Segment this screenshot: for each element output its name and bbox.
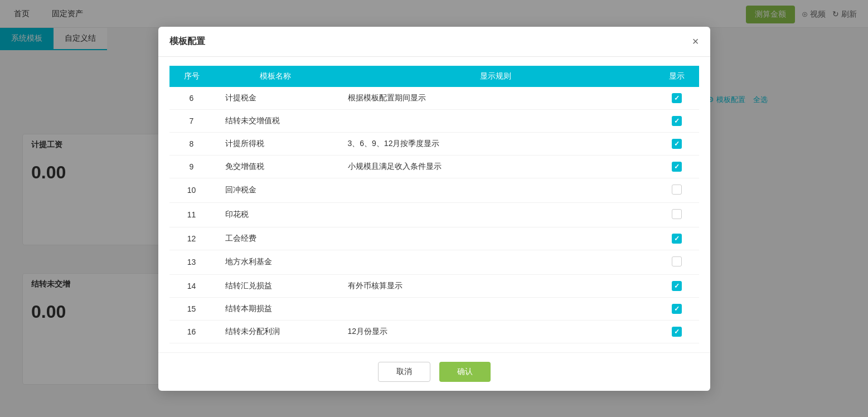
cell-rule: 12月份显示 <box>337 320 654 343</box>
confirm-button[interactable]: 确认 <box>439 362 491 382</box>
table-body: 6计提税金根据模板配置期间显示7结转未交增值税8计提所得税3、6、9、12月按季… <box>169 87 699 343</box>
table-row: 14结转汇兑损益有外币核算显示 <box>169 274 699 297</box>
checkbox-13[interactable] <box>672 256 682 266</box>
cell-check <box>654 178 699 202</box>
cell-id: 8 <box>169 132 214 155</box>
cell-rule: 有外币核算显示 <box>337 274 654 297</box>
cell-name: 结转汇兑损益 <box>214 274 337 297</box>
modal-footer: 取消 确认 <box>158 352 710 391</box>
cell-name: 结转未分配利润 <box>214 320 337 343</box>
cell-rule <box>337 250 654 274</box>
checkbox-16[interactable] <box>672 327 682 337</box>
cell-id: 7 <box>169 109 214 132</box>
table-row: 15结转本期损益 <box>169 297 699 320</box>
modal-body: 序号 模板名称 显示规则 显示 6计提税金根据模板配置期间显示7结转未交增值税8… <box>158 57 710 352</box>
cell-name: 结转未交增值税 <box>214 109 337 132</box>
table-head: 序号 模板名称 显示规则 显示 <box>169 66 699 87</box>
checkbox-10[interactable] <box>672 185 682 195</box>
col-header-name: 模板名称 <box>214 66 337 87</box>
cell-id: 12 <box>169 227 214 250</box>
cell-name: 回冲税金 <box>214 178 337 202</box>
cell-check <box>654 250 699 274</box>
cell-check <box>654 109 699 132</box>
checkbox-15[interactable] <box>672 304 682 314</box>
table-row: 16结转未分配利润12月份显示 <box>169 320 699 343</box>
cell-check <box>654 202 699 227</box>
table-row: 8计提所得税3、6、9、12月按季度显示 <box>169 132 699 155</box>
table-row: 11印花税 <box>169 202 699 227</box>
table-row: 7结转未交增值税 <box>169 109 699 132</box>
cell-id: 11 <box>169 202 214 227</box>
cell-check <box>654 297 699 320</box>
cell-id: 9 <box>169 155 214 178</box>
table-row: 9免交增值税小规模且满足收入条件显示 <box>169 155 699 178</box>
col-header-rule: 显示规则 <box>337 66 654 87</box>
cell-id: 15 <box>169 297 214 320</box>
cell-rule: 3、6、9、12月按季度显示 <box>337 132 654 155</box>
checkbox-9[interactable] <box>672 162 682 172</box>
cell-check <box>654 132 699 155</box>
cell-name: 结转本期损益 <box>214 297 337 320</box>
cell-check <box>654 227 699 250</box>
cell-id: 14 <box>169 274 214 297</box>
col-header-id: 序号 <box>169 66 214 87</box>
modal-header: 模板配置 × <box>158 27 710 57</box>
modal-overlay: 模板配置 × 序号 模板名称 显示规则 显示 6计提税金根据模板配置期间显示7结… <box>0 0 868 417</box>
col-header-display: 显示 <box>654 66 699 87</box>
checkbox-11[interactable] <box>672 209 682 219</box>
cell-rule <box>337 297 654 320</box>
cell-name: 工会经费 <box>214 227 337 250</box>
cell-id: 6 <box>169 87 214 110</box>
checkbox-8[interactable] <box>672 139 682 149</box>
cell-id: 16 <box>169 320 214 343</box>
checkbox-7[interactable] <box>672 116 682 126</box>
table-row: 12工会经费 <box>169 227 699 250</box>
cell-name: 地方水利基金 <box>214 250 337 274</box>
checkbox-14[interactable] <box>672 281 682 291</box>
cancel-button[interactable]: 取消 <box>378 362 430 382</box>
modal-close-button[interactable]: × <box>692 36 699 47</box>
cell-check <box>654 274 699 297</box>
table-row: 10回冲税金 <box>169 178 699 202</box>
cell-rule: 小规模且满足收入条件显示 <box>337 155 654 178</box>
table-row: 13地方水利基金 <box>169 250 699 274</box>
cell-check <box>654 87 699 110</box>
modal-title: 模板配置 <box>169 36 205 47</box>
cell-id: 13 <box>169 250 214 274</box>
cell-rule <box>337 109 654 132</box>
config-table: 序号 模板名称 显示规则 显示 6计提税金根据模板配置期间显示7结转未交增值税8… <box>169 66 699 343</box>
cell-rule <box>337 227 654 250</box>
cell-name: 计提所得税 <box>214 132 337 155</box>
cell-rule <box>337 202 654 227</box>
cell-check <box>654 320 699 343</box>
table-row: 6计提税金根据模板配置期间显示 <box>169 87 699 110</box>
cell-check <box>654 155 699 178</box>
cell-rule <box>337 178 654 202</box>
checkbox-6[interactable] <box>672 93 682 103</box>
checkbox-12[interactable] <box>672 234 682 244</box>
cell-name: 计提税金 <box>214 87 337 110</box>
cell-name: 印花税 <box>214 202 337 227</box>
cell-id: 10 <box>169 178 214 202</box>
cell-name: 免交增值税 <box>214 155 337 178</box>
cell-rule: 根据模板配置期间显示 <box>337 87 654 110</box>
template-config-modal: 模板配置 × 序号 模板名称 显示规则 显示 6计提税金根据模板配置期间显示7结… <box>158 27 710 391</box>
